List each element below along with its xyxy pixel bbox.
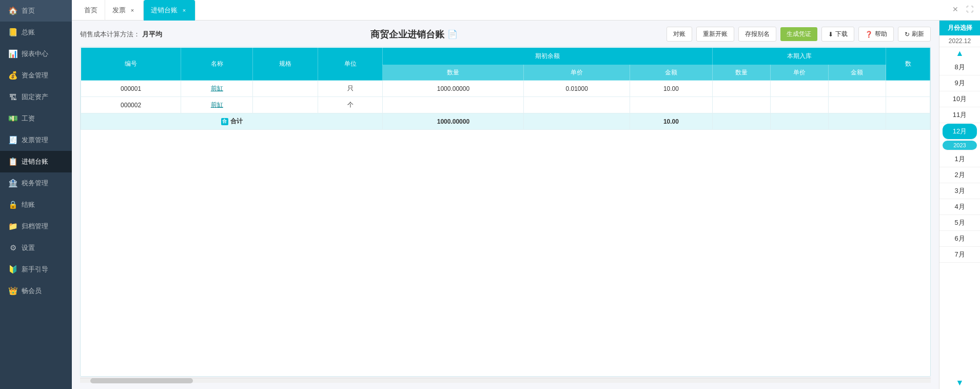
month-item-2023-2月[interactable]: 2月 — [939, 167, 980, 183]
month-item-12月[interactable]: 12月 — [943, 124, 977, 140]
total-in-price — [770, 113, 828, 130]
sidebar-icon-invoice-mgmt: 🧾 — [8, 135, 17, 145]
table-header-row1: 编号 名称 规格 单位 期初余额 本期入库 数 — [81, 48, 930, 65]
tab-bar: 首页发票×进销台账× ✕ ⛶ — [72, 0, 980, 21]
cell-unit: 个 — [318, 97, 383, 113]
cell-qi-price — [524, 97, 630, 113]
month-item-10月[interactable]: 10月 — [939, 91, 980, 107]
page-area: 销售成本计算方法： 月平均 商贸企业进销台账 📄 对账 重新开账 存报别名 生成… — [72, 21, 980, 389]
save-as-button[interactable]: 存报别名 — [738, 27, 776, 42]
month-item-2023-7月[interactable]: 7月 — [939, 247, 980, 263]
sidebar-icon-closing: 🔒 — [8, 200, 17, 209]
info-bar: 销售成本计算方法： 月平均 商贸企业进销台账 📄 对账 重新开账 存报别名 生成… — [80, 27, 931, 42]
total-qi-price — [524, 113, 630, 130]
sidebar-item-invoice-mgmt[interactable]: 🧾发票管理 — [0, 129, 72, 151]
sidebar-item-funds[interactable]: 💰资金管理 — [0, 65, 72, 86]
tab-inventory-ledger[interactable]: 进销台账× — [144, 0, 195, 21]
sidebar-label-inventory: 进销台账 — [22, 157, 48, 166]
sidebar-item-archive[interactable]: 📁归档管理 — [0, 216, 72, 237]
cost-method-label: 销售成本计算方法： — [80, 30, 140, 38]
tab-close-invoice[interactable]: × — [129, 7, 136, 14]
sidebar-icon-assets: 🏗 — [8, 93, 17, 102]
month-panel-title: 月份选择 — [939, 21, 980, 35]
col-extra: 数 — [886, 48, 930, 81]
tab-close-inventory-ledger[interactable]: × — [181, 7, 188, 14]
table-wrapper: 编号 名称 规格 单位 期初余额 本期入库 数 数量 单价 金额 数 — [80, 47, 931, 377]
cell-unit: 只 — [318, 81, 383, 97]
sidebar-icon-reports: 📊 — [8, 49, 17, 59]
month-item-8月[interactable]: 8月 — [939, 60, 980, 75]
sidebar-item-vip[interactable]: 👑畅会员 — [0, 280, 72, 302]
month-item-11月[interactable]: 11月 — [939, 107, 980, 123]
table-total-row: 合 合计 1000.00000 10.00 — [81, 113, 930, 130]
cell-extra — [886, 97, 930, 113]
reopen-button[interactable]: 重新开账 — [696, 27, 734, 42]
cell-name[interactable]: 前缸 — [181, 81, 253, 97]
maximize-window-button[interactable]: ⛶ — [965, 4, 975, 14]
cost-method-value: 月平均 — [142, 30, 162, 38]
month-scroll-up-button[interactable]: ▲ — [939, 47, 980, 60]
sidebar-item-closing[interactable]: 🔒结账 — [0, 194, 72, 216]
cell-name[interactable]: 前缸 — [181, 97, 253, 113]
col-unit: 单位 — [318, 48, 383, 81]
generate-button[interactable]: 生成凭证 — [780, 27, 817, 41]
sidebar-icon-ledger: 📒 — [8, 28, 17, 37]
sidebar-label-archive: 归档管理 — [22, 222, 48, 231]
sidebar-item-home[interactable]: 🏠首页 — [0, 0, 72, 22]
content: 销售成本计算方法： 月平均 商贸企业进销台账 📄 对账 重新开账 存报别名 生成… — [72, 21, 939, 389]
scrollbar-thumb[interactable] — [90, 378, 193, 383]
sidebar-label-invoice-mgmt: 发票管理 — [22, 135, 48, 145]
sidebar-icon-inventory: 📋 — [8, 157, 17, 166]
tab-home[interactable]: 首页 — [77, 0, 105, 21]
cost-method: 销售成本计算方法： 月平均 — [80, 30, 162, 39]
sidebar-item-tax[interactable]: 🏦税务管理 — [0, 172, 72, 194]
sidebar-icon-settings: ⚙ — [8, 243, 17, 252]
month-item-2023-5月[interactable]: 5月 — [939, 215, 980, 231]
sidebar-icon-vip: 👑 — [8, 286, 17, 296]
help-icon: ❓ — [865, 31, 873, 38]
month-item-2023-3月[interactable]: 3月 — [939, 183, 980, 199]
sidebar-item-inventory[interactable]: 📋进销台账 — [0, 151, 72, 172]
month-panel: 月份选择 2022.12 ▲ 8月9月10月11月12月20231月2月3月4月… — [939, 21, 980, 389]
download-button[interactable]: ⬇ 下载 — [821, 27, 854, 42]
sidebar: 🏠首页📒总账📊报表中心💰资金管理🏗固定资产💵工资🧾发票管理📋进销台账🏦税务管理🔒… — [0, 0, 72, 389]
total-label-text: 合计 — [230, 117, 243, 126]
cell-id: 000002 — [81, 97, 181, 113]
refresh-icon: ↻ — [905, 31, 910, 38]
cell-qi-amount: 10.00 — [630, 81, 712, 97]
sidebar-item-guide[interactable]: 🔰新手引导 — [0, 259, 72, 280]
month-item-2023-1月[interactable]: 1月 — [939, 151, 980, 167]
month-scroll-down-button[interactable]: ▼ — [939, 377, 980, 389]
sidebar-item-settings[interactable]: ⚙设置 — [0, 237, 72, 259]
help-button[interactable]: ❓ 帮助 — [858, 27, 894, 42]
reconcile-button[interactable]: 对账 — [667, 27, 692, 42]
total-in-amount — [828, 113, 886, 130]
total-icon: 合 — [221, 118, 228, 125]
sidebar-label-funds: 资金管理 — [22, 71, 48, 80]
col-in-amount: 金额 — [828, 65, 886, 81]
tab-invoice[interactable]: 发票× — [105, 0, 144, 21]
month-item-9月[interactable]: 9月 — [939, 75, 980, 91]
sidebar-label-assets: 固定资产 — [22, 92, 48, 102]
inventory-table: 编号 名称 规格 单位 期初余额 本期入库 数 数量 单价 金额 数 — [81, 47, 930, 130]
sidebar-icon-archive: 📁 — [8, 222, 17, 231]
sidebar-label-home: 首页 — [22, 6, 35, 15]
month-item-2023-6月[interactable]: 6月 — [939, 231, 980, 247]
table-row: 000002 前缸 个 — [81, 97, 930, 113]
close-window-button[interactable]: ✕ — [950, 4, 961, 14]
refresh-button[interactable]: ↻ 刷新 — [898, 27, 931, 42]
col-opening-balance: 期初余额 — [383, 48, 712, 65]
horizontal-scrollbar[interactable] — [80, 378, 931, 383]
tab-label-inventory-ledger: 进销台账 — [151, 6, 178, 15]
total-label-cell: 合 合计 — [81, 113, 383, 130]
sidebar-item-assets[interactable]: 🏗固定资产 — [0, 86, 72, 108]
cell-extra — [886, 81, 930, 97]
cell-in-price — [770, 81, 828, 97]
sidebar-item-salary[interactable]: 💵工资 — [0, 108, 72, 129]
sidebar-item-ledger[interactable]: 📒总账 — [0, 22, 72, 43]
month-item-2023-4月[interactable]: 4月 — [939, 199, 980, 215]
sidebar-label-ledger: 总账 — [22, 28, 35, 37]
cell-spec — [253, 81, 318, 97]
main-area: 首页发票×进销台账× ✕ ⛶ 销售成本计算方法： 月平均 商贸企业进销台账 📄 … — [72, 0, 980, 389]
sidebar-item-reports[interactable]: 📊报表中心 — [0, 43, 72, 65]
